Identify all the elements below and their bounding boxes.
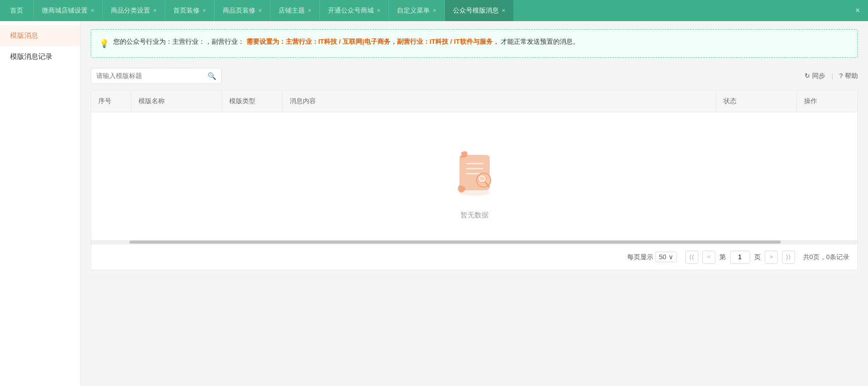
tab-shop-setting[interactable]: 微商城店铺设置 × — [34, 0, 103, 21]
tab-bar: 首页 微商城店铺设置 × 商品分类设置 × 首页装修 × 商品页装修 × 店铺主… — [0, 0, 868, 21]
scroll-thumb[interactable] — [129, 241, 781, 244]
tab-product-decoration[interactable]: 商品页装修 × — [215, 0, 271, 21]
layout: 模版消息 模版消息记录 💡 您的公众号行业为：主营行业：，副营行业： 需要设置为… — [0, 21, 868, 386]
sidebar-item-template-msg[interactable]: 模版消息 — [0, 25, 80, 46]
close-tab-home-decoration[interactable]: × — [203, 7, 206, 14]
tab-open-mall[interactable]: 开通公众号商城 × — [320, 0, 389, 21]
help-icon: ? — [839, 72, 843, 80]
chevron-down-icon: ∨ — [669, 253, 674, 261]
th-actions: 操作 — [797, 91, 857, 112]
pagination: 每页显示 50 ∨ ⟨⟨ ＜ 第 页 ＞ ⟩⟩ 共0页，0条记录 — [91, 244, 857, 270]
page-unit-label: 页 — [754, 253, 761, 262]
close-tab-template-msg[interactable]: × — [502, 7, 505, 14]
page-label: 第 — [719, 253, 726, 262]
table-wrap: 序号 模版名称 模版类型 消息内容 状态 操作 — [91, 90, 858, 270]
page-size-dropdown[interactable]: 50 ∨ — [655, 252, 677, 262]
sync-button[interactable]: ↻ 同步 — [805, 71, 825, 81]
notice-icon: 💡 — [99, 37, 109, 50]
prev-page-button[interactable]: ＜ — [702, 251, 715, 264]
close-tab-product-decoration[interactable]: × — [258, 7, 262, 14]
page-size-label: 每页显示 — [627, 253, 653, 262]
empty-illustration — [444, 142, 505, 203]
notice-box: 💡 您的公众号行业为：主营行业：，副营行业： 需要设置为：主营行业：IT科技 /… — [91, 29, 858, 58]
tab-home-decoration[interactable]: 首页装修 × — [165, 0, 215, 21]
tab-home[interactable]: 首页 — [0, 0, 34, 21]
tab-template-msg[interactable]: 公众号模版消息 × — [445, 0, 514, 21]
th-index: 序号 — [91, 91, 131, 112]
tab-bar-close-all[interactable]: × — [847, 6, 868, 15]
first-page-button[interactable]: ⟨⟨ — [685, 251, 698, 264]
notice-text: 您的公众号行业为：主营行业：，副营行业： 需要设置为：主营行业：IT科技 / 互… — [113, 37, 579, 47]
close-tab-shop-theme[interactable]: × — [308, 7, 311, 14]
th-status: 状态 — [716, 91, 797, 112]
sidebar-item-template-msg-record[interactable]: 模版消息记录 — [0, 46, 80, 67]
search-input-wrap: 🔍 — [91, 68, 222, 84]
search-actions: ↻ 同步 | ? 帮助 — [805, 71, 858, 81]
close-tab-open-mall[interactable]: × — [377, 7, 380, 14]
page-size-value: 50 — [659, 253, 666, 261]
last-page-button[interactable]: ⟩⟩ — [782, 251, 795, 264]
main-content: 💡 您的公众号行业为：主营行业：，副营行业： 需要设置为：主营行业：IT科技 /… — [81, 21, 868, 386]
help-button[interactable]: ? 帮助 — [839, 71, 858, 81]
table-header: 序号 模版名称 模版类型 消息内容 状态 操作 — [91, 91, 857, 112]
close-tab-custom-menu[interactable]: × — [433, 7, 436, 14]
current-page-input[interactable] — [730, 251, 750, 264]
empty-state: 暂无数据 — [91, 112, 857, 240]
page-total: 共0页，0条记录 — [803, 253, 849, 262]
tab-custom-menu[interactable]: 自定义菜单 × — [389, 0, 445, 21]
page-size-select: 每页显示 50 ∨ — [627, 252, 677, 262]
th-type: 模版类型 — [222, 91, 283, 112]
divider: | — [831, 72, 833, 80]
search-icon[interactable]: 🔍 — [208, 72, 216, 80]
next-page-button[interactable]: ＞ — [765, 251, 778, 264]
th-content: 消息内容 — [283, 91, 716, 112]
sidebar: 模版消息 模版消息记录 — [0, 21, 81, 386]
th-name: 模版名称 — [131, 91, 222, 112]
empty-text: 暂无数据 — [460, 211, 489, 220]
sync-icon: ↻ — [805, 72, 810, 80]
horizontal-scrollbar[interactable] — [91, 240, 857, 244]
search-bar: 🔍 ↻ 同步 | ? 帮助 — [91, 68, 858, 84]
tab-category-setting[interactable]: 商品分类设置 × — [103, 0, 165, 21]
close-tab-category-setting[interactable]: × — [153, 7, 157, 14]
search-input[interactable] — [96, 72, 208, 80]
tab-shop-theme[interactable]: 店铺主题 × — [271, 0, 320, 21]
close-tab-shop-setting[interactable]: × — [91, 7, 94, 14]
